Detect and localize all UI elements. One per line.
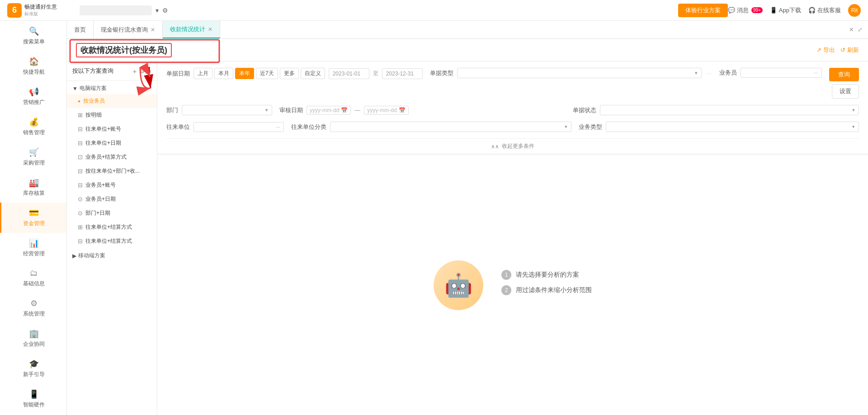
avatar[interactable]: Rit	[848, 4, 861, 17]
scheme-mobile-category[interactable]: ▶ 移动端方案	[67, 248, 157, 261]
chevron-down-icon[interactable]: ▾	[156, 7, 159, 14]
settings-icon[interactable]: ⚙	[162, 7, 168, 14]
page-actions: ↗ 导出 ↺ 刷新	[816, 46, 859, 54]
message-icon: 💬	[728, 7, 735, 14]
doc-status-label: 单据状态	[573, 106, 596, 114]
tab-maximize-icon[interactable]: ⤢	[858, 26, 863, 33]
partner-classify-group: 往来单位分类 ▾	[291, 122, 571, 132]
salesperson-select[interactable]: ···	[741, 68, 822, 78]
biz-type-select[interactable]: ▾	[606, 122, 859, 132]
dept-group: 部门 ▾	[166, 105, 272, 115]
scheme-item-dept-date[interactable]: ⊙ 部门+日期	[67, 206, 157, 220]
tab-receipt-close[interactable]: ✕	[208, 26, 212, 33]
refresh-button[interactable]: ↺ 刷新	[840, 46, 859, 54]
filter-row-3: 往来单位 ··· 往来单位分类 ▾	[166, 122, 859, 132]
more-dots-1: ···	[706, 70, 711, 76]
scheme-item-by-salesperson[interactable]: ● 按业务员	[67, 94, 157, 108]
last7-btn[interactable]: 近7天	[256, 68, 278, 79]
filter-area: 单据日期 上月 本月 本年 近7天 更多 自定义 至	[157, 61, 868, 154]
tab-bar-actions: ✕ ⤢	[849, 21, 868, 38]
app-download-item[interactable]: 📱 App下载	[770, 6, 801, 14]
online-service-item[interactable]: 🎧 在线客服	[808, 6, 841, 14]
scheme-item-partner-dept[interactable]: ⊟ 按往来单位+部门+收...	[67, 164, 157, 178]
purchase-icon: 🛒	[29, 147, 39, 157]
empty-illustration: 🤖	[434, 260, 483, 310]
guide-icon: 🎓	[29, 359, 39, 369]
sidebar-item-basic[interactable]: 🗂 基础信息	[0, 263, 66, 293]
last-month-btn[interactable]: 上月	[193, 68, 212, 79]
partner-select[interactable]: ···	[193, 122, 284, 132]
circle-icon: ⊙	[78, 196, 83, 203]
top-nav: ▾ ⚙	[74, 5, 678, 15]
grid-icon: ⊞	[78, 112, 83, 118]
grid2-icon: ⊞	[78, 224, 83, 231]
date-from-input[interactable]	[329, 68, 369, 79]
sidebar-item-guide[interactable]: 🎓 新手引导	[0, 354, 66, 384]
home-icon: 🏠	[29, 57, 39, 66]
scheme-item-salesperson-date[interactable]: ⊙ 业务员+日期	[67, 192, 157, 206]
search-input[interactable]	[80, 5, 152, 15]
more-btn[interactable]: 更多	[280, 68, 299, 79]
messages-item[interactable]: 💬 消息 99+	[728, 6, 763, 14]
top-right: 💬 消息 99+ 📱 App下载 🎧 在线客服 Rit	[728, 4, 861, 17]
tab-home[interactable]: 首页	[67, 21, 94, 38]
scheme-item-partner-account[interactable]: ⊟ 往来单位+账号	[67, 122, 157, 136]
filter-row-1: 单据日期 上月 本月 本年 近7天 更多 自定义 至	[166, 68, 859, 99]
sidebar-item-purchase[interactable]: 🛒 采购管理	[0, 142, 66, 172]
tab-close-all-icon[interactable]: ✕	[849, 26, 854, 33]
empty-state: 🤖 1 请先选择要分析的方案 2 用过滤条件来缩小分析范围	[157, 155, 868, 415]
step-num-2: 2	[501, 285, 511, 295]
query-button[interactable]: 查询	[829, 68, 859, 81]
review-date-to-input[interactable]: yyyy-mm-dd 📅	[364, 106, 408, 115]
doc-type-select[interactable]: ▾	[457, 68, 702, 78]
biz-type-arrow: ▾	[852, 124, 855, 130]
sidebar-item-search[interactable]: 🔍 搜索菜单	[0, 21, 66, 51]
inventory-icon: 🏭	[29, 178, 39, 188]
sidebar-item-quicknav[interactable]: 🏠 快捷导航	[0, 51, 66, 81]
scheme-item-salesperson-settle[interactable]: ⊡ 业务员+结算方式	[67, 150, 157, 164]
scheme-header-icons: + ⚙ «	[132, 67, 151, 75]
dept-select[interactable]: ▾	[182, 105, 272, 115]
download-icon: 📱	[770, 7, 777, 14]
sidebar-item-marketing[interactable]: 📢 营销推广	[0, 81, 66, 112]
sidebar-item-hardware[interactable]: 📱 智能硬件	[0, 384, 66, 414]
custom-btn[interactable]: 自定义	[301, 68, 325, 79]
calendar-icon-2: 📅	[399, 107, 406, 113]
sidebar-item-finance[interactable]: 💳 资金管理	[0, 203, 66, 233]
salesperson-label: 业务员	[719, 69, 737, 77]
scheme-settings-icon[interactable]: ⚙	[139, 67, 145, 75]
tab-bank[interactable]: 现金银行流水查询 ✕	[94, 21, 163, 38]
scheme-add-icon[interactable]: +	[132, 67, 137, 75]
scheme-item-by-detail[interactable]: ⊞ 按明细	[67, 108, 157, 122]
sidebar-item-system[interactable]: ⚙ 系统管理	[0, 293, 66, 323]
circle2-icon: ⊙	[78, 210, 83, 217]
review-date-from-input[interactable]: yyyy-mm-dd 📅	[307, 106, 351, 115]
tab-bank-close[interactable]: ✕	[151, 27, 155, 33]
biz-type-label: 业务类型	[579, 123, 602, 131]
sidebar-item-operation[interactable]: 📊 经营管理	[0, 233, 66, 263]
partner-classify-select[interactable]: ▾	[330, 122, 571, 132]
doc-status-select[interactable]: ▾	[600, 105, 859, 115]
scheme-desktop-arrow: ▼	[72, 85, 78, 92]
this-month-btn[interactable]: 本月	[214, 68, 233, 79]
scheme-item-partner-settle2[interactable]: ⊟ 往来单位+结算方式	[67, 234, 157, 248]
enterprise-icon: 🏢	[29, 329, 39, 339]
tab-receipt[interactable]: 收款情况统计 ✕	[163, 21, 220, 38]
review-date-group: 审核日期 yyyy-mm-dd 📅 — yyyy-mm-dd 📅	[279, 106, 566, 115]
scheme-desktop-category[interactable]: ▼ 电脑端方案	[67, 81, 157, 94]
scheme-item-salesperson-account[interactable]: ⊟ 业务员+账号	[67, 178, 157, 192]
chart-icon: ⊡	[78, 154, 83, 160]
scheme-item-partner-date[interactable]: ⊟ 往来单位+日期	[67, 136, 157, 150]
export-button[interactable]: ↗ 导出	[816, 46, 835, 54]
empty-steps: 1 请先选择要分析的方案 2 用过滤条件来缩小分析范围	[501, 270, 592, 301]
trial-button[interactable]: 体验行业方案	[678, 4, 728, 17]
setting-button[interactable]: 设置	[832, 84, 859, 99]
date-to-input[interactable]	[382, 68, 423, 79]
scheme-item-partner-settle1[interactable]: ⊞ 往来单位+结算方式	[67, 220, 157, 234]
sidebar-item-enterprise[interactable]: 🏢 企业协同	[0, 323, 66, 354]
scheme-collapse-icon[interactable]: «	[148, 67, 151, 75]
sidebar-item-sales[interactable]: 💰 销售管理	[0, 112, 66, 142]
sidebar-item-inventory[interactable]: 🏭 库存核算	[0, 172, 66, 203]
this-year-btn[interactable]: 本年	[235, 68, 254, 79]
collapse-button[interactable]: ∧∧ 收起更多条件	[166, 138, 859, 154]
